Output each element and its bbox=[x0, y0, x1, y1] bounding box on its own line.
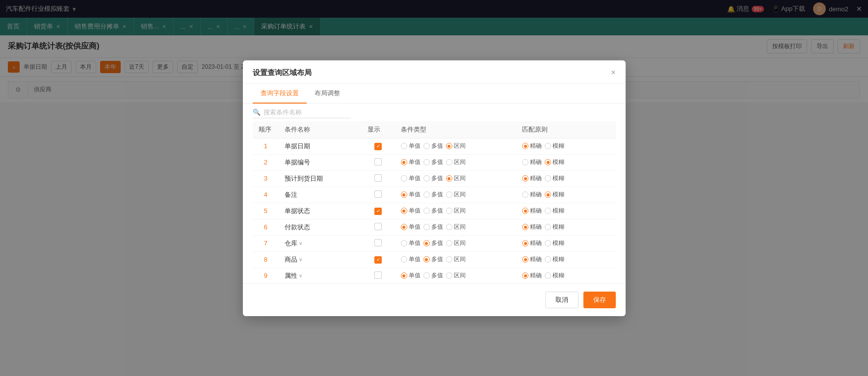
radio-match-circle-模糊-2 bbox=[545, 175, 551, 182]
checkbox-8[interactable] bbox=[374, 271, 382, 279]
row-show-3[interactable] bbox=[362, 187, 395, 203]
checkbox-7[interactable] bbox=[374, 256, 382, 264]
radio-type-多值-0[interactable]: 多值 bbox=[423, 142, 443, 150]
radio-match-精确-7[interactable]: 精确 bbox=[522, 255, 542, 264]
radio-match-精确-0[interactable]: 精确 bbox=[522, 142, 542, 150]
row-name-0: 单据日期 bbox=[279, 138, 362, 154]
radio-match-模糊-3[interactable]: 模糊 bbox=[545, 190, 564, 199]
radio-match-circle-模糊-7 bbox=[545, 256, 551, 263]
radio-match-模糊-7[interactable]: 模糊 bbox=[545, 255, 564, 264]
radio-type-多值-8[interactable]: 多值 bbox=[423, 271, 443, 280]
checkbox-3[interactable] bbox=[374, 190, 382, 198]
table-row: 3预计到货日期单值多值区间精确模糊 bbox=[253, 170, 616, 187]
col-type-header: 条件类型 bbox=[395, 121, 516, 138]
checkbox-4[interactable] bbox=[374, 208, 382, 215]
row-match-0: 精确模糊 bbox=[516, 138, 615, 154]
radio-match-模糊-6[interactable]: 模糊 bbox=[545, 239, 564, 247]
radio-circle-单值-8 bbox=[401, 272, 407, 279]
table-row: 1单据日期单值多值区间精确模糊 bbox=[253, 138, 616, 154]
radio-type-多值-4[interactable]: 多值 bbox=[423, 207, 443, 215]
conditions-table-area: 顺序 条件名称 显示 条件类型 匹配原则 1单据日期单值多值区间精确模糊2单据编… bbox=[243, 121, 626, 283]
row-show-2[interactable] bbox=[362, 170, 395, 187]
row-name-5: 付款状态 bbox=[279, 219, 362, 235]
radio-type-单值-5[interactable]: 单值 bbox=[401, 223, 421, 231]
radio-type-单值-1[interactable]: 单值 bbox=[401, 158, 421, 166]
radio-type-单值-7[interactable]: 单值 bbox=[401, 255, 421, 264]
row-match-7: 精确模糊 bbox=[516, 251, 615, 268]
row-type-5: 单值多值区间 bbox=[395, 219, 516, 235]
radio-type-单值-4[interactable]: 单值 bbox=[401, 207, 421, 215]
radio-match-circle-精确-2 bbox=[522, 175, 528, 182]
radio-type-多值-2[interactable]: 多值 bbox=[423, 174, 443, 183]
checkbox-6[interactable] bbox=[374, 239, 382, 246]
radio-type-多值-5[interactable]: 多值 bbox=[423, 223, 443, 231]
row-show-0[interactable] bbox=[362, 138, 395, 154]
search-input[interactable] bbox=[263, 108, 342, 116]
dialog-tabs: 查询字段设置 布局调整 bbox=[243, 84, 626, 104]
conditions-table: 顺序 条件名称 显示 条件类型 匹配原则 1单据日期单值多值区间精确模糊2单据编… bbox=[253, 121, 616, 283]
radio-type-区间-4[interactable]: 区间 bbox=[446, 207, 466, 215]
radio-type-单值-3[interactable]: 单值 bbox=[401, 190, 421, 199]
radio-match-模糊-1[interactable]: 模糊 bbox=[545, 158, 564, 166]
row-show-5[interactable] bbox=[362, 219, 395, 235]
radio-type-区间-5[interactable]: 区间 bbox=[446, 223, 466, 231]
radio-type-单值-2[interactable]: 单值 bbox=[401, 174, 421, 183]
checkbox-5[interactable] bbox=[374, 223, 382, 230]
radio-type-单值-0[interactable]: 单值 bbox=[401, 142, 421, 150]
radio-match-精确-3[interactable]: 精确 bbox=[522, 190, 542, 199]
radio-type-区间-6[interactable]: 区间 bbox=[446, 239, 466, 247]
radio-type-区间-1[interactable]: 区间 bbox=[446, 158, 466, 166]
row-show-7[interactable] bbox=[362, 251, 395, 268]
dialog-tab-query-fields[interactable]: 查询字段设置 bbox=[253, 84, 307, 104]
radio-type-区间-3[interactable]: 区间 bbox=[446, 190, 466, 199]
radio-match-精确-1[interactable]: 精确 bbox=[522, 158, 542, 166]
radio-type-单值-8[interactable]: 单值 bbox=[401, 271, 421, 280]
radio-match-精确-6[interactable]: 精确 bbox=[522, 239, 542, 247]
radio-match-模糊-0[interactable]: 模糊 bbox=[545, 142, 564, 150]
radio-match-精确-5[interactable]: 精确 bbox=[522, 223, 542, 231]
table-row: 9属性 ∨单值多值区间精确模糊 bbox=[253, 268, 616, 283]
row-show-8[interactable] bbox=[362, 268, 395, 283]
conditions-table-scroll[interactable]: 顺序 条件名称 显示 条件类型 匹配原则 1单据日期单值多值区间精确模糊2单据编… bbox=[253, 121, 616, 283]
table-row: 4备注单值多值区间精确模糊 bbox=[253, 187, 616, 203]
radio-circle-多值-3 bbox=[423, 191, 430, 198]
row-name-6: 仓库 ∨ bbox=[279, 235, 362, 251]
row-show-4[interactable] bbox=[362, 203, 395, 219]
radio-type-区间-8[interactable]: 区间 bbox=[446, 271, 466, 280]
row-order-1: 2 bbox=[253, 154, 279, 170]
radio-match-精确-4[interactable]: 精确 bbox=[522, 207, 542, 215]
cancel-button[interactable]: 取消 bbox=[545, 292, 579, 308]
radio-type-区间-2[interactable]: 区间 bbox=[446, 174, 466, 183]
radio-match-精确-8[interactable]: 精确 bbox=[522, 271, 542, 280]
checkbox-0[interactable] bbox=[374, 143, 382, 150]
radio-type-多值-6[interactable]: 多值 bbox=[423, 239, 443, 247]
radio-type-区间-0[interactable]: 区间 bbox=[446, 142, 466, 150]
radio-circle-单值-2 bbox=[401, 175, 407, 182]
radio-type-单值-6[interactable]: 单值 bbox=[401, 239, 421, 247]
radio-match-circle-模糊-4 bbox=[545, 208, 551, 214]
checkbox-2[interactable] bbox=[374, 174, 382, 182]
checkbox-1[interactable] bbox=[374, 158, 382, 165]
table-header-row: 顺序 条件名称 显示 条件类型 匹配原则 bbox=[253, 121, 616, 138]
radio-match-模糊-5[interactable]: 模糊 bbox=[545, 223, 564, 231]
radio-type-多值-1[interactable]: 多值 bbox=[423, 158, 443, 166]
radio-match-模糊-8[interactable]: 模糊 bbox=[545, 271, 564, 280]
dialog-tab-layout[interactable]: 布局调整 bbox=[307, 84, 348, 104]
radio-match-精确-2[interactable]: 精确 bbox=[522, 174, 542, 183]
row-show-6[interactable] bbox=[362, 235, 395, 251]
table-row: 7仓库 ∨单值多值区间精确模糊 bbox=[253, 235, 616, 251]
radio-match-circle-精确-6 bbox=[522, 240, 528, 246]
radio-circle-多值-8 bbox=[423, 272, 430, 279]
radio-type-区间-7[interactable]: 区间 bbox=[446, 255, 466, 264]
settings-dialog: 设置查询区域布局 × 查询字段设置 布局调整 🔍 bbox=[243, 60, 626, 316]
row-show-1[interactable] bbox=[362, 154, 395, 170]
save-button[interactable]: 保存 bbox=[583, 292, 616, 308]
radio-circle-多值-6 bbox=[423, 240, 430, 246]
dialog-close-button[interactable]: × bbox=[611, 69, 615, 77]
radio-type-多值-7[interactable]: 多值 bbox=[423, 255, 443, 264]
radio-match-模糊-4[interactable]: 模糊 bbox=[545, 207, 564, 215]
radio-match-模糊-2[interactable]: 模糊 bbox=[545, 174, 564, 183]
radio-circle-区间-5 bbox=[446, 224, 452, 230]
row-type-1: 单值多值区间 bbox=[395, 154, 516, 170]
radio-type-多值-3[interactable]: 多值 bbox=[423, 190, 443, 199]
